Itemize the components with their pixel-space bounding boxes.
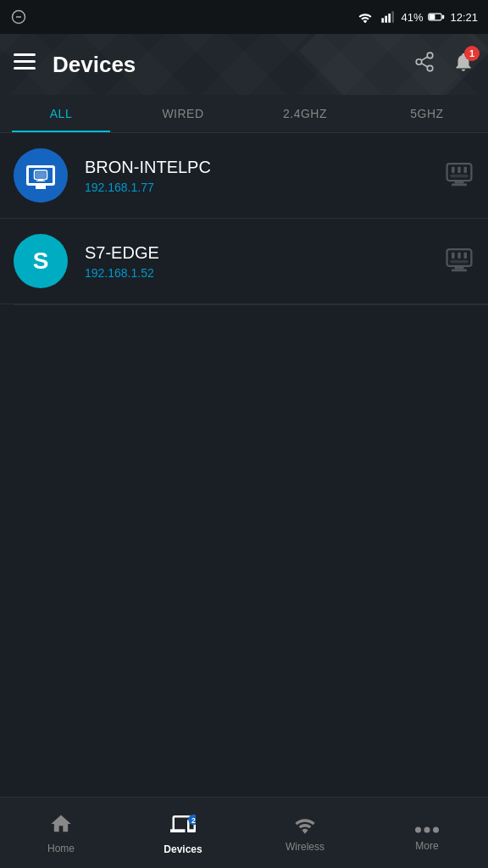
svg-rect-8	[442, 15, 444, 19]
notification-button[interactable]: 1	[452, 51, 474, 78]
tab-5ghz[interactable]: 5GHZ	[366, 95, 488, 132]
device-info-bron-intelpc: BRON-INTELPC 192.168.1.77	[85, 158, 435, 194]
home-icon	[49, 812, 73, 839]
svg-rect-9	[14, 53, 36, 56]
device-ip: 192.168.1.52	[85, 266, 435, 280]
device-avatar-s7-edge: S	[14, 234, 68, 288]
tab-wired[interactable]: WIRED	[122, 95, 244, 132]
bottom-navigation: Home 2 Devices Wireless	[0, 797, 488, 868]
svg-rect-34	[452, 269, 467, 271]
svg-rect-5	[392, 11, 395, 22]
svg-rect-18	[36, 172, 46, 179]
svg-rect-19	[38, 180, 43, 181]
svg-rect-22	[452, 166, 455, 172]
svg-rect-10	[14, 60, 36, 63]
pc-icon	[26, 165, 55, 186]
svg-rect-29	[452, 252, 455, 258]
devices-icon: 2	[170, 811, 196, 840]
nav-label-devices: Devices	[164, 843, 202, 855]
device-item-s7-edge[interactable]: S S7-EDGE 192.168.1.52	[0, 219, 488, 304]
status-bar: 41% 12:21	[0, 0, 488, 34]
nav-item-more[interactable]: More	[366, 798, 488, 868]
svg-rect-25	[450, 174, 469, 177]
ethernet-icon-2	[444, 243, 474, 280]
nav-label-more: More	[415, 840, 438, 852]
battery-icon	[428, 8, 445, 25]
nav-item-home[interactable]: Home	[0, 798, 122, 868]
svg-rect-23	[458, 166, 461, 172]
svg-rect-31	[463, 252, 467, 258]
device-list: BRON-INTELPC 192.168.1.77 S S7-EDGE 192.…	[0, 133, 488, 793]
time-text: 12:21	[450, 11, 478, 24]
svg-rect-11	[14, 67, 36, 70]
share-button[interactable]	[413, 51, 435, 78]
header: Devices 1	[0, 34, 488, 95]
svg-point-38	[424, 826, 430, 832]
device-name: BRON-INTELPC	[85, 158, 435, 177]
svg-rect-33	[455, 266, 464, 270]
svg-rect-3	[385, 16, 388, 23]
signal-icon	[379, 8, 396, 25]
nav-item-devices[interactable]: 2 Devices	[122, 798, 244, 868]
svg-line-15	[421, 64, 427, 67]
svg-line-16	[421, 57, 427, 60]
svg-rect-32	[450, 259, 469, 263]
battery-text: 41%	[401, 11, 423, 24]
wifi-status-icon	[357, 8, 374, 25]
device-name: S7-EDGE	[85, 243, 435, 263]
notification-badge: 1	[464, 46, 480, 61]
svg-rect-26	[455, 181, 464, 184]
avatar-letter: S	[33, 248, 49, 275]
svg-point-13	[416, 59, 422, 65]
nav-label-wireless: Wireless	[286, 841, 324, 853]
svg-rect-30	[458, 252, 461, 258]
menu-indicator-icon	[10, 8, 27, 25]
hamburger-menu-button[interactable]	[14, 53, 36, 75]
wireless-icon	[293, 814, 317, 837]
svg-rect-20	[36, 181, 46, 181]
svg-rect-2	[382, 18, 385, 22]
page-title: Devices	[53, 52, 413, 78]
svg-point-14	[427, 65, 433, 71]
ethernet-icon	[444, 158, 474, 194]
svg-point-12	[427, 53, 433, 58]
more-icon	[415, 815, 439, 837]
filter-tabs: ALL WIRED 2.4GHZ 5GHZ	[0, 95, 488, 133]
device-info-s7-edge: S7-EDGE 192.168.1.52	[85, 243, 435, 280]
device-ip: 192.168.1.77	[85, 181, 435, 194]
device-item-bron-intelpc[interactable]: BRON-INTELPC 192.168.1.77	[0, 133, 488, 219]
monitor-icon	[26, 165, 55, 186]
nav-label-home: Home	[47, 843, 75, 854]
svg-point-39	[433, 826, 439, 832]
nav-item-wireless[interactable]: Wireless	[244, 798, 366, 868]
svg-rect-27	[452, 183, 467, 186]
tab-2.4ghz[interactable]: 2.4GHZ	[244, 95, 366, 132]
svg-rect-7	[430, 14, 435, 19]
svg-text:2: 2	[191, 816, 196, 825]
tab-all[interactable]: ALL	[0, 95, 122, 132]
svg-point-37	[415, 826, 421, 832]
svg-rect-24	[463, 166, 467, 172]
svg-rect-4	[389, 14, 391, 23]
device-avatar-bron-intelpc	[14, 148, 68, 203]
list-divider	[14, 304, 488, 305]
